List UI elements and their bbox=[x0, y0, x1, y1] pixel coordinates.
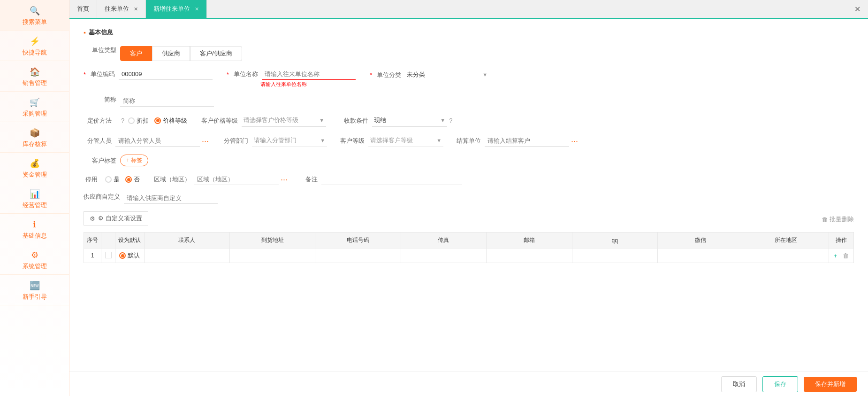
cancel-button[interactable]: 取消 bbox=[721, 376, 757, 392]
customer-tag-label: 客户标签 bbox=[84, 156, 116, 165]
delivery-input[interactable] bbox=[233, 252, 312, 259]
pricing-radio-discount[interactable]: 折扣 bbox=[128, 116, 149, 125]
sidebar-item-search[interactable]: 🔍 搜索菜单 bbox=[0, 0, 69, 31]
remark-input[interactable] bbox=[321, 174, 462, 185]
payment-question-icon[interactable]: ? bbox=[449, 117, 452, 124]
unit-code-group: * 单位编码 bbox=[84, 69, 213, 80]
cell-fax[interactable] bbox=[401, 248, 486, 263]
tab-new-contact-close[interactable]: ✕ bbox=[195, 6, 199, 12]
customer-level-label: 客户等级 bbox=[336, 137, 365, 145]
save-new-button[interactable]: 保存并新增 bbox=[804, 377, 857, 392]
manager-label: 分管人员 bbox=[84, 137, 112, 145]
unit-type-label: 单位类型 bbox=[84, 46, 116, 54]
pricing-radio-level[interactable]: 价格等级 bbox=[154, 116, 187, 125]
window-close-button[interactable]: ✕ bbox=[847, 5, 868, 14]
tab-contacts-close[interactable]: ✕ bbox=[134, 6, 138, 12]
qq-input[interactable] bbox=[575, 252, 655, 259]
cell-action: + 🗑 bbox=[829, 248, 853, 263]
supplier-custom-label: 供应商自定义 bbox=[84, 193, 120, 201]
sidebar-item-quick-nav[interactable]: ⚡ 快捷导航 bbox=[0, 31, 69, 61]
sidebar-item-label: 快捷导航 bbox=[23, 48, 47, 57]
region-more-btn[interactable]: ··· bbox=[279, 175, 289, 184]
supplier-custom-input[interactable] bbox=[124, 193, 218, 204]
tab-home[interactable]: 首页 bbox=[69, 0, 97, 18]
purchase-icon: 🛒 bbox=[30, 97, 40, 108]
row-default-radio[interactable]: 默认 bbox=[118, 251, 141, 260]
payment-terms-chevron: ▼ bbox=[440, 117, 445, 123]
form-row-shortname: 简称 bbox=[84, 95, 854, 107]
sidebar-item-label: 采购管理 bbox=[23, 109, 47, 118]
cell-checkbox[interactable] bbox=[101, 248, 115, 263]
operations-icon: 📊 bbox=[30, 189, 40, 199]
pricing-radio-group: 折扣 价格等级 bbox=[128, 116, 187, 125]
cell-region[interactable] bbox=[743, 248, 829, 263]
phone-input[interactable] bbox=[318, 252, 397, 259]
batch-delete-button[interactable]: 🗑 批量删除 bbox=[822, 215, 854, 224]
sidebar-item-sales[interactable]: 🏠 销售管理 bbox=[0, 61, 69, 92]
department-placeholder: 请输入分管部门 bbox=[254, 136, 318, 145]
cell-email[interactable] bbox=[487, 248, 572, 263]
cell-no: 1 bbox=[84, 248, 101, 263]
col-fax: 传真 bbox=[401, 233, 486, 248]
inventory-icon: 📦 bbox=[30, 128, 40, 138]
settlement-unit-input[interactable] bbox=[485, 135, 569, 147]
settlement-more-btn[interactable]: ··· bbox=[569, 137, 580, 145]
pricing-question-icon[interactable]: ? bbox=[121, 117, 124, 124]
pricing-method-group: 定价方法 ? 折扣 价格等级 bbox=[84, 116, 187, 125]
contact-input[interactable] bbox=[147, 252, 227, 259]
unit-btn-customer[interactable]: 客户 bbox=[120, 46, 152, 61]
fax-input[interactable] bbox=[404, 252, 483, 259]
save-button[interactable]: 保存 bbox=[762, 376, 798, 392]
region-group: 区域（地区） ··· bbox=[154, 174, 289, 185]
unit-category-select[interactable]: 未分类 ▼ bbox=[405, 69, 489, 81]
cell-delivery[interactable] bbox=[230, 248, 315, 263]
manager-input[interactable] bbox=[115, 135, 200, 147]
sidebar-item-label: 资金管理 bbox=[23, 171, 47, 179]
manager-more-btn[interactable]: ··· bbox=[200, 137, 211, 145]
short-name-input[interactable] bbox=[120, 95, 214, 107]
add-tag-button[interactable]: + 标签 bbox=[120, 155, 148, 166]
unit-btn-both[interactable]: 客户/供应商 bbox=[190, 46, 242, 61]
customer-level-select[interactable]: 请选择客户等级 ▼ bbox=[368, 134, 443, 147]
col-phone: 电话号码 bbox=[315, 233, 401, 248]
wechat-input[interactable] bbox=[661, 252, 740, 259]
col-delivery-addr: 到货地址 bbox=[230, 233, 315, 248]
sidebar-item-basic-info[interactable]: ℹ 基础信息 bbox=[0, 214, 69, 244]
col-email: 邮箱 bbox=[487, 233, 572, 248]
delete-row-btn[interactable]: 🗑 bbox=[843, 252, 849, 259]
disabled-radio-yes[interactable]: 是 bbox=[105, 175, 120, 184]
cell-qq[interactable] bbox=[572, 248, 657, 263]
sidebar-item-inventory[interactable]: 📦 库存核算 bbox=[0, 122, 69, 153]
department-select[interactable]: 请输入分管部门 ▼ bbox=[252, 134, 327, 147]
sidebar: 🔍 搜索菜单 ⚡ 快捷导航 🏠 销售管理 🛒 采购管理 📦 库存核算 💰 资金管… bbox=[0, 0, 69, 396]
department-chevron: ▼ bbox=[320, 138, 325, 143]
unit-name-error: 请输入往来单位名称 bbox=[260, 81, 307, 88]
row-region-input[interactable] bbox=[746, 252, 825, 259]
payment-terms-select[interactable]: 现结 ▼ bbox=[372, 114, 447, 127]
sidebar-item-new-guide[interactable]: 🆕 新手引导 bbox=[0, 275, 69, 305]
custom-settings-button[interactable]: ⚙ ⚙ 自定义项设置 bbox=[84, 211, 148, 225]
sidebar-item-purchase[interactable]: 🛒 采购管理 bbox=[0, 92, 69, 122]
tab-new-contact[interactable]: 新增往来单位 ✕ bbox=[146, 0, 207, 18]
region-input[interactable] bbox=[194, 174, 279, 185]
sidebar-item-finance[interactable]: 💰 资金管理 bbox=[0, 153, 69, 183]
unit-btn-supplier[interactable]: 供应商 bbox=[152, 46, 190, 61]
disabled-radio-no[interactable]: 否 bbox=[125, 175, 140, 184]
remark-group: 备注 bbox=[304, 174, 462, 185]
cell-contact[interactable] bbox=[144, 248, 229, 263]
cell-default: 默认 bbox=[115, 248, 144, 263]
form-row-tag: 客户标签 + 标签 bbox=[84, 155, 854, 166]
sidebar-item-label: 基础信息 bbox=[23, 232, 47, 240]
sidebar-item-system[interactable]: ⚙ 系统管理 bbox=[0, 244, 69, 275]
unit-name-input[interactable] bbox=[262, 69, 356, 80]
tab-contacts[interactable]: 往来单位 ✕ bbox=[97, 0, 146, 18]
sidebar-item-operations[interactable]: 📊 经营管理 bbox=[0, 183, 69, 214]
email-input[interactable] bbox=[489, 252, 569, 259]
cell-phone[interactable] bbox=[315, 248, 401, 263]
add-row-btn[interactable]: + bbox=[834, 252, 838, 259]
disabled-group: 停用 是 否 bbox=[84, 175, 140, 184]
customer-price-level-select[interactable]: 请选择客户价格等级 ▼ bbox=[242, 114, 326, 127]
new-guide-icon: 🆕 bbox=[30, 280, 40, 291]
cell-wechat[interactable] bbox=[657, 248, 743, 263]
unit-code-input[interactable] bbox=[119, 69, 213, 80]
